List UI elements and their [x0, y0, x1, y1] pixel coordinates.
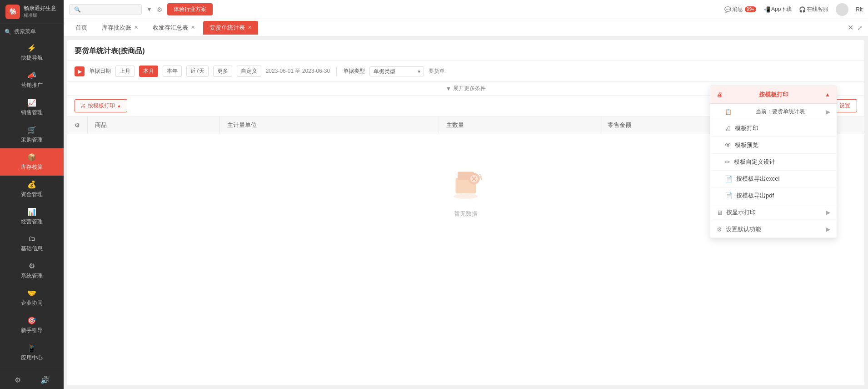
- message-item[interactable]: 💬 消息 99+: [724, 5, 756, 13]
- empty-text: 暂无数据: [454, 210, 478, 218]
- dropdown-item-template-preview[interactable]: 👁 模板预览: [710, 137, 837, 154]
- date-btn-7days[interactable]: 近7天: [186, 66, 209, 77]
- search-menu-label: 搜索菜单: [14, 28, 36, 35]
- filter-expand-arrow[interactable]: ▶: [75, 66, 85, 76]
- sidebar-item-label: 快捷导航: [21, 54, 43, 62]
- tab-collect[interactable]: 收发存汇总表 ✕: [146, 21, 201, 35]
- sidebar-item-newguide[interactable]: 🎯 新手引导: [0, 312, 64, 339]
- dropdown-section-set-default[interactable]: ⚙ 设置默认功能 ▶: [710, 221, 837, 238]
- sidebar-item-marketing[interactable]: 📣 营销推广: [0, 66, 64, 94]
- sidebar-item-appcenter[interactable]: 📱 应用中心: [0, 339, 64, 366]
- dropdown-header[interactable]: 🖨 按模板打印 ▲: [710, 86, 837, 104]
- settings-footer-icon[interactable]: ⚙: [15, 376, 21, 384]
- app-name: 畅康通好生意: [24, 5, 56, 12]
- app-badge: 标准版: [24, 12, 56, 19]
- date-btn-last-month[interactable]: 上月: [115, 66, 135, 77]
- print-icon: 🖨: [80, 103, 86, 109]
- app-download-icon: 📲: [763, 6, 770, 13]
- sidebar-item-basic[interactable]: 🗂 基础信息: [0, 230, 64, 257]
- sidebar-item-finance[interactable]: 💰 资金管理: [0, 176, 64, 203]
- topbar-search[interactable]: 🔍: [69, 4, 142, 15]
- dropdown-item-template-custom[interactable]: ✏ 模板自定义设计: [710, 154, 837, 171]
- sidebar-item-sales[interactable]: 📈 销售管理: [0, 94, 64, 121]
- topbar-dropdown-icon[interactable]: ▼: [146, 6, 152, 13]
- sidebar-item-label: 系统管理: [21, 272, 43, 280]
- topbar-gear-icon[interactable]: ⚙: [157, 6, 163, 13]
- display-print-icon: 🖥: [717, 209, 723, 216]
- enterprise-icon: 🤝: [27, 289, 36, 298]
- date-btn-custom[interactable]: 自定义: [237, 66, 261, 77]
- sidebar-item-inventory[interactable]: 📦 库存核算: [0, 148, 64, 176]
- date-btn-this-year[interactable]: 本年: [163, 66, 182, 77]
- template-print-label: 模板打印: [735, 124, 758, 132]
- tabs-expand-button[interactable]: ⤢: [857, 24, 863, 31]
- purchase-icon: 🛒: [27, 126, 36, 134]
- set-default-label: 设置默认功能: [726, 225, 761, 233]
- dropdown-collapse-arrow[interactable]: ▲: [825, 91, 830, 98]
- sidebar-item-wechat[interactable]: 💬 企业微信: [0, 366, 64, 371]
- tab-batch[interactable]: 库存批次账 ✕: [95, 21, 145, 35]
- finance-icon: 💰: [27, 180, 36, 189]
- type-filter-label: 单据类型: [343, 67, 365, 75]
- empty-illustration: [445, 162, 486, 202]
- topbar: 🔍 ▼ ⚙ 体验行业方案 💬 消息 99+ 📲 App下载 🎧 在线客服 Rit: [64, 0, 868, 19]
- tab-batch-close[interactable]: ✕: [134, 25, 138, 30]
- col-settings[interactable]: ⚙: [67, 116, 88, 134]
- tab-home[interactable]: 首页: [69, 21, 94, 35]
- user-avatar[interactable]: [836, 3, 848, 16]
- type-select[interactable]: 单据类型: [369, 66, 424, 76]
- operation-icon: 📊: [27, 207, 36, 216]
- date-btn-this-month[interactable]: 本月: [139, 66, 158, 77]
- online-service-label: 在线客服: [807, 5, 828, 13]
- print-label: 按模板打印: [88, 102, 115, 110]
- sidebar-item-label: 销售管理: [21, 109, 43, 116]
- basic-icon: 🗂: [28, 235, 35, 243]
- tab-order-stat[interactable]: 要货单统计表 ✕: [203, 21, 258, 35]
- col-goods: 商品: [88, 116, 220, 134]
- dropdown-print-icon: 🖨: [717, 91, 723, 98]
- sidebar-item-label: 采购管理: [21, 136, 43, 144]
- tab-collect-close[interactable]: ✕: [191, 25, 195, 30]
- sidebar-item-label: 经营管理: [21, 218, 43, 226]
- dropdown-item-template-pdf[interactable]: 📄 按模板导出pdf: [710, 187, 837, 204]
- yh-label: 要货单: [429, 67, 445, 75]
- type-select-wrap: 单据类型: [369, 66, 424, 76]
- print-button[interactable]: 🖨 按模板打印 ▲: [75, 99, 127, 112]
- speaker-footer-icon[interactable]: 🔊: [40, 376, 50, 384]
- sidebar-item-system[interactable]: ⚙ 系统管理: [0, 257, 64, 284]
- display-print-label: 按显示打印: [726, 208, 756, 217]
- sidebar-item-shortcut[interactable]: ⚡ 快捷导航: [0, 39, 64, 66]
- dropdown-title: 按模板打印: [759, 91, 788, 99]
- template-custom-label: 模板自定义设计: [734, 158, 775, 166]
- message-badge: 99+: [745, 6, 756, 12]
- template-pdf-label: 按模板导出pdf: [736, 192, 774, 200]
- sidebar-item-label: 企业协同: [21, 299, 43, 307]
- date-btn-more[interactable]: 更多: [213, 66, 232, 77]
- dropdown-item-template-excel[interactable]: 📄 按模板导出excel: [710, 171, 837, 187]
- tabs-close-all-button[interactable]: ✕: [848, 23, 853, 32]
- online-service-item[interactable]: 🎧 在线客服: [799, 5, 828, 13]
- print-arrow-icon: ▲: [117, 103, 121, 108]
- print-dropdown-menu: 🖨 按模板打印 ▲ 📋 当前：要货单统计表 ▶ 🖨 模板打印 👁 模板预览 ✏ …: [710, 86, 837, 238]
- sidebar-footer: ⚙ 🔊: [0, 371, 64, 389]
- dropdown-current-label[interactable]: 📋 当前：要货单统计表 ▶: [710, 104, 837, 120]
- template-print-icon: 🖨: [725, 125, 731, 132]
- tab-order-stat-close[interactable]: ✕: [248, 25, 252, 30]
- template-pdf-icon: 📄: [725, 192, 733, 199]
- trial-button[interactable]: 体验行业方案: [167, 3, 213, 15]
- message-label: 消息: [732, 5, 743, 13]
- sidebar-item-label: 营销推广: [21, 81, 43, 89]
- tab-batch-label: 库存批次账: [102, 24, 131, 32]
- search-menu[interactable]: 🔍 搜索菜单: [0, 24, 64, 39]
- template-preview-label: 模板预览: [735, 141, 758, 149]
- tabs-right: ✕ ⤢: [848, 23, 863, 32]
- app-download-item[interactable]: 📲 App下载: [763, 5, 792, 13]
- sidebar-item-purchase[interactable]: 🛒 采购管理: [0, 121, 64, 148]
- set-default-icon: ⚙: [717, 226, 722, 233]
- dropdown-section-display-print[interactable]: 🖥 按显示打印 ▶: [710, 204, 837, 221]
- topbar-search-icon: 🔍: [74, 6, 81, 13]
- sidebar-item-label: 应用中心: [21, 354, 43, 362]
- sidebar-item-enterprise[interactable]: 🤝 企业协同: [0, 284, 64, 312]
- sidebar-item-operation[interactable]: 📊 经营管理: [0, 203, 64, 230]
- dropdown-item-template-print[interactable]: 🖨 模板打印: [710, 120, 837, 137]
